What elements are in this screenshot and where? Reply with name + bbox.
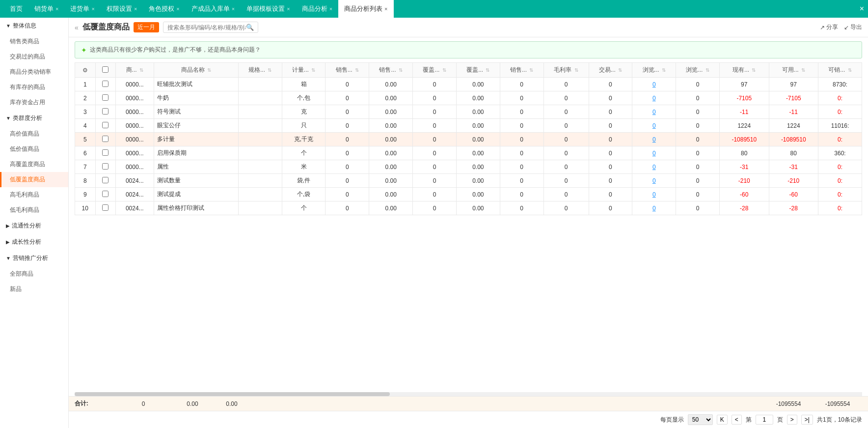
col-settings[interactable]: ⚙ [75,63,96,78]
row-select[interactable] [102,122,108,128]
sidebar-section-overall[interactable]: ▼ 整体信息 [0,18,68,34]
table-wrapper[interactable]: ⚙ 商... ⇅ 商品名称 ⇅ 规格... ⇅ 计量... ⇅ 销售... ⇅ … [75,62,862,392]
row-checkbox[interactable] [95,146,115,160]
row-browse1[interactable]: 0 [632,78,676,91]
nav-role-close[interactable]: × [176,6,179,12]
row-select[interactable] [102,191,108,197]
row-select[interactable] [102,136,108,142]
row-browse2: 0 [676,201,720,215]
sidebar-item-low-coverage[interactable]: 低覆盖度商品 [0,172,68,187]
row-browse1[interactable]: 0 [632,91,676,105]
sidebar-section-marketing[interactable]: ▼ 营销推广分析 [0,250,68,266]
sidebar-section-cluster[interactable]: ▼ 类群度分析 [0,110,68,126]
sidebar-section-growth[interactable]: ▶ 成长性分析 [0,234,68,250]
collapse-btn[interactable]: « [75,24,79,31]
col-checkbox[interactable] [95,63,115,78]
nav-sales[interactable]: 销货单 × [28,0,64,18]
sidebar-item-traded-goods[interactable]: 交易过的商品 [0,49,68,64]
row-browse1[interactable]: 0 [632,133,676,146]
share-btn[interactable]: ↗ 分享 [820,23,838,31]
row-browse1[interactable]: 0 [632,146,676,160]
sidebar-marketing-title: 营销推广分析 [13,254,48,262]
nav-analysis-list[interactable]: 商品分析列表 × [338,0,393,18]
nav-sales-close[interactable]: × [55,6,58,12]
row-select[interactable] [102,177,108,183]
nav-close-all-btn[interactable]: × [860,4,864,13]
last-page-btn[interactable]: >| [801,415,813,425]
time-filter-btn[interactable]: 近一月 [134,22,159,32]
sidebar-item-high-value[interactable]: 高价值商品 [0,126,68,142]
row-select[interactable] [102,204,108,211]
row-checkbox[interactable] [95,174,115,188]
row-checkbox[interactable] [95,201,115,215]
row-checkbox[interactable] [95,119,115,133]
row-name: 多计量 [154,133,238,146]
sidebar-item-stock-capital[interactable]: 库存资金占用 [0,95,68,110]
row-select[interactable] [102,163,108,170]
sidebar-item-high-coverage[interactable]: 高覆盖度商品 [0,157,68,172]
nav-product-close[interactable]: × [232,6,235,12]
row-select[interactable] [102,94,108,101]
row-saleable: 0: [818,160,862,174]
sidebar-circulation-title: 流通性分析 [12,222,41,230]
row-margin: 0 [543,188,589,201]
row-browse1[interactable]: 0 [632,105,676,119]
row-browse1[interactable]: 0 [632,201,676,215]
nav-product[interactable]: 产成品入库单 × [186,0,241,18]
nav-analysis[interactable]: 商品分析 × [296,0,338,18]
row-browse1[interactable]: 0 [632,160,676,174]
export-btn[interactable]: ↙ 导出 [844,23,862,31]
nav-template-close[interactable]: × [287,6,290,12]
row-checkbox[interactable] [95,91,115,105]
sidebar-item-in-stock[interactable]: 有库存的商品 [0,80,68,95]
row-browse1[interactable]: 0 [632,119,676,133]
nav-role[interactable]: 角色授权 × [143,0,185,18]
search-input[interactable] [167,24,246,31]
col-spec: 规格... ⇅ [238,63,282,78]
row-checkbox[interactable] [95,160,115,174]
row-num: 2 [75,91,96,105]
nav-analysis-list-close[interactable]: × [384,6,387,12]
row-code: 0000... [115,119,154,133]
row-checkbox[interactable] [95,78,115,91]
row-browse2: 0 [676,174,720,188]
sidebar-item-low-value[interactable]: 低价值商品 [0,142,68,157]
horizontal-scrollbar[interactable] [75,392,862,396]
nav-home[interactable]: 首页 [4,0,28,18]
sidebar-item-sales-goods[interactable]: 销售类商品 [0,34,68,49]
sidebar-section-circulation[interactable]: ▶ 流通性分析 [0,218,68,234]
row-sales1: 0 [326,201,369,215]
row-select[interactable] [102,81,108,87]
search-icon[interactable]: 🔍 [246,24,254,31]
nav-permission[interactable]: 权限设置 × [101,0,143,18]
row-checkbox[interactable] [95,133,115,146]
row-checkbox[interactable] [95,105,115,119]
sidebar-item-new-goods[interactable]: 新品 [0,282,68,297]
prev-page-btn[interactable]: < [732,415,742,425]
nav-permission-close[interactable]: × [134,6,137,12]
scrollbar-thumb[interactable] [75,392,390,396]
page-input[interactable] [756,415,773,425]
next-page-btn[interactable]: > [787,415,797,425]
row-unit: 个,袋 [282,188,326,201]
row-margin: 0 [543,133,589,146]
row-select[interactable] [102,108,108,114]
per-page-select[interactable]: 50 100 200 [688,414,713,425]
nav-purchase[interactable]: 进货单 × [64,0,100,18]
row-cover2: 0.00 [456,119,500,133]
nav-analysis-close[interactable]: × [329,6,332,12]
nav-purchase-close[interactable]: × [91,6,94,12]
first-page-btn[interactable]: K [717,415,728,425]
nav-template[interactable]: 单据模板设置 × [241,0,296,18]
sidebar-item-low-margin[interactable]: 低毛利商品 [0,202,68,218]
row-select[interactable] [102,149,108,156]
sidebar-item-high-margin[interactable]: 高毛利商品 [0,187,68,202]
sidebar-item-category-rate[interactable]: 商品分类动销率 [0,64,68,80]
col-code: 商... ⇅ [115,63,154,78]
row-browse1[interactable]: 0 [632,188,676,201]
select-all-checkbox[interactable] [102,66,108,73]
row-checkbox[interactable] [95,188,115,201]
row-browse1[interactable]: 0 [632,174,676,188]
row-trade: 0 [589,78,632,91]
sidebar-item-all-goods[interactable]: 全部商品 [0,266,68,282]
